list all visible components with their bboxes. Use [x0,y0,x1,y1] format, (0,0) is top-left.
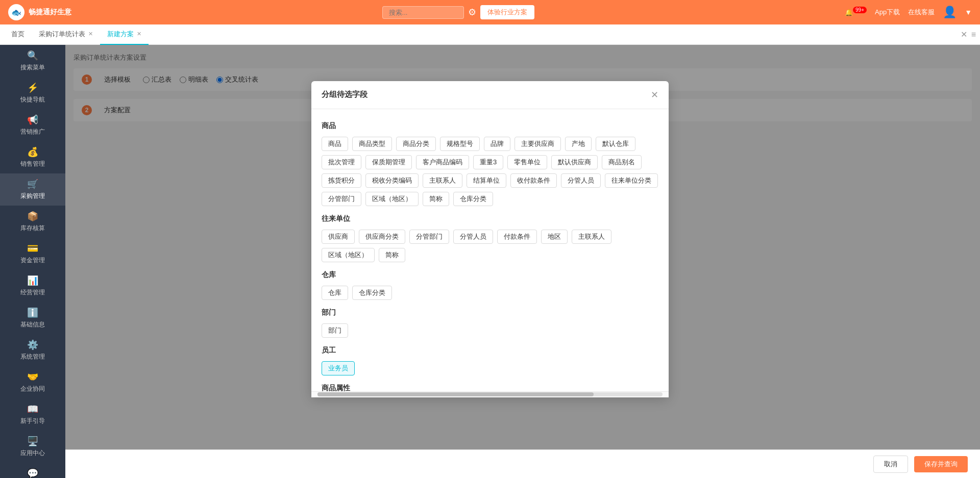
top-header: 🐟 畅捷通好生意 ⚙ 体验行业方案 🔔99+ App下载 在线客服 👤 ▼ [0,0,980,24]
tag-partner-manager[interactable]: 分管人员 [453,230,493,244]
tag-retail-unit[interactable]: 零售单位 [507,155,547,169]
save-query-button[interactable]: 保存并查询 [914,456,968,472]
search-icon: 🔍 [27,50,38,61]
tag-batch-mgmt[interactable]: 批次管理 [322,155,361,169]
partner-tags: 供应商 供应商分类 分管部门 分管人员 付款条件 地区 主联系人 区域（地区） … [322,230,658,262]
tag-manager[interactable]: 分管人员 [561,173,601,188]
sidebar-item-collab[interactable]: 🤝 企业协同 [0,366,65,398]
modal-title: 分组待选字段 [322,90,368,99]
sidebar-item-system[interactable]: ⚙️ 系统管理 [0,334,65,366]
tag-spec-model[interactable]: 规格型号 [440,137,480,151]
online-service-link[interactable]: 在线客服 [908,8,935,17]
app-download-link[interactable]: App下载 [875,8,900,17]
tag-settlement-unit[interactable]: 结算单位 [467,173,506,188]
expand-icon[interactable]: ▼ [965,8,972,16]
section-title-warehouse: 仓库 [322,270,658,280]
sidebar-item-guide-label: 新手引导 [20,417,45,425]
logo-icon: 🐟 [8,4,24,20]
sidebar-item-purchase[interactable]: 🛒 采购管理 [0,173,65,206]
header-right: 🔔99+ App下载 在线客服 👤 ▼ [845,6,972,19]
tag-product[interactable]: 商品 [322,137,348,151]
cancel-button[interactable]: 取消 [873,456,908,473]
user-avatar[interactable]: 👤 [943,6,957,19]
tag-default-warehouse[interactable]: 默认仓库 [596,137,635,151]
sidebar-item-marketing-label: 营销推广 [20,128,45,136]
sidebar-item-inventory[interactable]: 📦 库存核算 [0,206,65,238]
tag-warehouse[interactable]: 仓库 [322,286,348,300]
app-center-icon: 🖥️ [27,436,38,447]
sidebar-item-sales-label: 销售管理 [20,160,45,168]
tag-tax-code[interactable]: 税收分类编码 [365,173,419,188]
tag-origin[interactable]: 产地 [565,137,592,151]
purchase-icon: 🛒 [27,179,38,190]
sidebar-item-guide[interactable]: 📖 新手引导 [0,398,65,431]
tag-short-name[interactable]: 简称 [423,192,449,206]
sidebar-item-search-label: 搜索菜单 [20,63,45,72]
tag-payment-condition[interactable]: 付款条件 [497,230,537,244]
tab-purchase-stats[interactable]: 采购订单统计表 ✕ [32,24,100,45]
notification-bell[interactable]: 🔔99+ [845,9,867,16]
modal-bottom-scrollbar[interactable] [311,391,669,397]
tag-brand[interactable]: 品牌 [484,137,510,151]
sidebar-item-quick-nav[interactable]: ⚡ 快捷导航 [0,77,65,109]
tag-warehouse-category[interactable]: 仓库分类 [453,192,493,206]
tag-pick-score[interactable]: 拣货积分 [322,173,361,188]
sidebar-item-finance[interactable]: 💳 资金管理 [0,238,65,270]
tag-main-supplier[interactable]: 主要供应商 [514,137,561,151]
wechat-icon: 💬 [27,468,38,478]
settings-icon[interactable]: ⚙ [468,7,476,18]
tag-default-supplier[interactable]: 默认供应商 [551,155,598,169]
sales-icon: 💰 [27,146,38,158]
product-tags: 商品 商品类型 商品分类 规格型号 品牌 主要供应商 产地 默认仓库 批次管理 … [322,137,658,206]
tag-main-contact[interactable]: 主联系人 [423,173,462,188]
sidebar-item-operations-label: 经营管理 [20,288,45,297]
modal-body: 商品 商品 商品类型 商品分类 规格型号 品牌 主要供应商 产地 默认仓库 批次… [311,109,669,391]
tag-partner-region[interactable]: 区域（地区） [322,248,375,262]
tag-counterpart-category[interactable]: 往来单位分类 [605,173,658,188]
tag-partner-short-name[interactable]: 简称 [379,248,405,262]
tag-partner-dept[interactable]: 分管部门 [409,230,449,244]
tab-home-label: 首页 [11,30,24,39]
sidebar-item-marketing[interactable]: 📢 营销推广 [0,109,65,141]
sidebar-item-collab-label: 企业协同 [20,385,45,393]
marketing-icon: 📢 [27,114,38,125]
system-icon: ⚙️ [27,339,38,350]
section-title-product-attr: 商品属性 [322,384,658,391]
tag-sales-rep[interactable]: 业务员 [322,361,355,375]
modal-close-button[interactable]: ✕ [651,89,658,100]
sidebar-item-sales[interactable]: 💰 销售管理 [0,141,65,173]
tab-purchase-stats-close[interactable]: ✕ [88,31,93,37]
tag-product-type[interactable]: 商品类型 [352,137,392,151]
sidebar-item-basic-info[interactable]: ℹ️ 基础信息 [0,302,65,334]
tag-payment-terms[interactable]: 收付款条件 [510,173,557,188]
tag-supplier-category[interactable]: 供应商分类 [359,230,405,244]
sidebar-item-operations[interactable]: 📊 经营管理 [0,270,65,302]
sidebar-item-basic-info-label: 基础信息 [20,320,45,329]
sidebar-item-app-center-label: 应用中心 [20,449,45,458]
tag-warehouse-class[interactable]: 仓库分类 [352,286,392,300]
tag-weight3[interactable]: 重量3 [473,155,503,169]
tab-home[interactable]: 首页 [4,24,32,45]
tag-quality-mgmt[interactable]: 保质期管理 [365,155,412,169]
close-all-icon[interactable]: ✕ [961,30,967,39]
tab-new-plan[interactable]: 新建方案 ✕ [100,24,149,45]
tag-region[interactable]: 区域（地区） [365,192,419,206]
tag-customer-code[interactable]: 客户商品编码 [416,155,469,169]
tag-area[interactable]: 地区 [541,230,568,244]
tag-supplier[interactable]: 供应商 [322,230,355,244]
more-tabs-icon[interactable]: ≡ [971,30,976,39]
trial-button[interactable]: 体验行业方案 [480,5,534,19]
sidebar-item-app-center[interactable]: 🖥️ 应用中心 [0,431,65,463]
tag-dept[interactable]: 部门 [322,323,348,338]
sidebar-item-quick-nav-label: 快捷导航 [20,95,45,104]
tag-dept-managed[interactable]: 分管部门 [322,192,361,206]
field-select-modal: 分组待选字段 ✕ 商品 商品 商品类型 商品分类 规格型号 品牌 主要供应商 产… [311,81,669,397]
sidebar-item-search[interactable]: 🔍 搜索菜单 [0,45,65,77]
section-title-dept: 部门 [322,308,658,317]
header-search-input[interactable] [382,6,464,19]
tab-new-plan-close[interactable]: ✕ [137,31,141,37]
tag-partner-contact[interactable]: 主联系人 [572,230,611,244]
tag-product-category[interactable]: 商品分类 [396,137,436,151]
tag-alias[interactable]: 商品别名 [602,155,642,169]
sidebar-item-wechat[interactable]: 💬 企业微信 [0,463,65,478]
